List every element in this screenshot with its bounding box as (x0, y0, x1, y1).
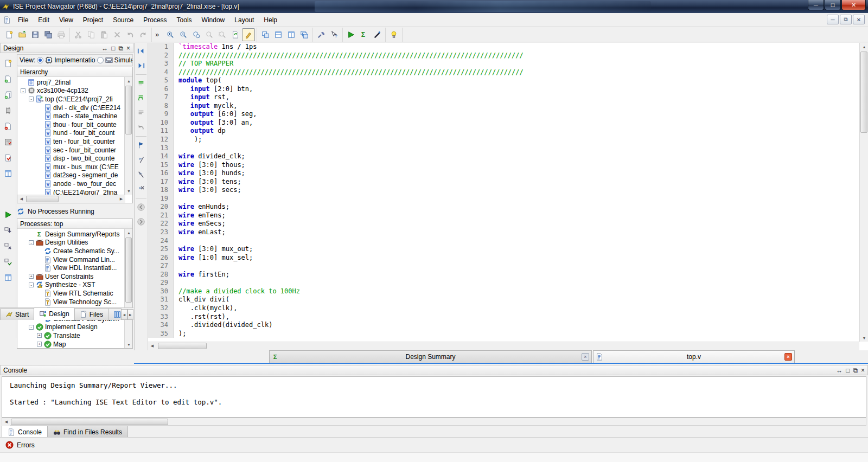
scroll-thumb[interactable] (125, 86, 132, 134)
close-button[interactable]: ✕ (841, 0, 866, 10)
code-line[interactable]: 32 .clk(myclk), (148, 304, 859, 313)
tab-scroll-left-button[interactable]: ◄ (121, 309, 127, 320)
hierarchy-vscrollbar[interactable]: ▲ ▼ (124, 77, 132, 195)
process-item[interactable]: View HDL Instantiati... (17, 264, 132, 272)
hierarchy-item[interactable]: proj7_2final (17, 78, 132, 87)
menu-source[interactable]: Source (108, 14, 138, 26)
minimize-button[interactable]: ─ (808, 0, 824, 10)
code-line[interactable]: 15wire [3:0] thous; (148, 161, 859, 170)
tree-expander-plus[interactable]: + (37, 333, 42, 338)
code-line[interactable]: 6 input [2:0] btn, (148, 85, 859, 94)
tab-libraries-partial[interactable] (108, 308, 122, 320)
process-item[interactable]: +Translate (17, 331, 132, 340)
code-line[interactable]: 17wire [3:0] tens; (148, 178, 859, 187)
snippet-grey-button[interactable] (135, 107, 147, 119)
hierarchy-item[interactable]: Vmux - bus_mux (C:\EE (17, 163, 132, 171)
code-line[interactable]: 35); (148, 330, 859, 338)
shift-left-button[interactable] (135, 45, 147, 57)
save-button[interactable] (29, 28, 42, 41)
toggle-columns-button[interactable] (2, 168, 14, 179)
menu-window[interactable]: Window (197, 14, 229, 26)
code-line[interactable]: 25wire [3:0] mux_out; (148, 245, 859, 254)
tab-design[interactable]: Design (34, 307, 74, 320)
menu-process[interactable]: Process (139, 14, 171, 26)
tab-close-button[interactable]: × (784, 353, 792, 361)
select-tool-button[interactable] (242, 28, 255, 41)
code-line[interactable]: 31clk_div divi( (148, 296, 859, 304)
code-line[interactable]: 3// TOP WRAPPER (148, 60, 859, 68)
process-item[interactable]: +Map (17, 340, 132, 349)
process-item[interactable]: -Implement Design (17, 323, 132, 332)
scroll-down-icon[interactable]: ▼ (860, 334, 868, 342)
maximize-panel-icon[interactable]: □ (111, 44, 115, 52)
create-symbol-button[interactable] (2, 105, 14, 117)
code-line[interactable]: 9 output [6:0] seg, (148, 110, 859, 119)
bookmark-prev-button[interactable] (135, 169, 147, 181)
hierarchy-item[interactable]: Vthou - four_bit_counte (17, 120, 132, 129)
simulation-label[interactable]: Simulatio (114, 56, 133, 64)
scroll-thumb[interactable] (11, 419, 168, 425)
menu-view[interactable]: View (55, 14, 78, 26)
code-line[interactable]: 28wire firstEn; (148, 271, 859, 279)
code-line[interactable]: 5module top( (148, 76, 859, 85)
code-line[interactable]: 12 ); (148, 136, 859, 144)
menu-help[interactable]: Help (259, 14, 282, 26)
rerun-process-button[interactable] (2, 224, 14, 236)
scroll-left-icon[interactable]: ◀ (17, 195, 25, 203)
process-item[interactable]: -!Synthesize - XST (17, 281, 132, 290)
code-area[interactable]: 1`timescale 1ns / 1ps2//////////////////… (148, 43, 859, 342)
tree-expander-minus[interactable]: - (29, 97, 34, 101)
save-all-button[interactable] (42, 28, 55, 41)
tab-start[interactable]: Start (0, 308, 34, 320)
code-line[interactable]: 10 output [3:0] an, (148, 119, 859, 127)
mdi-minimize-button[interactable]: ─ (827, 15, 839, 24)
code-line[interactable]: 14wire divided_clk; (148, 152, 859, 161)
restore-panel-icon[interactable]: ⧉ (118, 44, 123, 52)
code-line[interactable]: 19 (148, 195, 859, 203)
new-source-button[interactable] (2, 57, 14, 69)
process-item[interactable]: ΣDesign Summary/Reports (17, 230, 132, 239)
console-hscrollbar[interactable]: ◀ (2, 418, 866, 426)
close-panel-icon[interactable]: × (861, 367, 865, 374)
tree-expander-minus[interactable]: - (29, 283, 34, 287)
nav-back-button[interactable] (135, 201, 147, 213)
maximize-button[interactable]: □ (825, 0, 841, 10)
restore-panel-icon[interactable]: ⧉ (853, 367, 858, 374)
errors-label[interactable]: Errors (17, 441, 35, 449)
code-line[interactable]: 26wire [1:0] mux_sel; (148, 254, 859, 262)
scroll-thumb[interactable] (125, 238, 132, 303)
simulation-radio[interactable] (97, 57, 104, 63)
code-line[interactable]: 1`timescale 1ns / 1ps (148, 43, 859, 52)
refresh-doc-button[interactable] (229, 28, 242, 41)
stop-process-button[interactable] (2, 240, 14, 252)
scroll-thumb[interactable] (26, 196, 59, 202)
shift-right-button[interactable] (135, 60, 147, 72)
context-help-button[interactable]: ? (328, 28, 341, 41)
bookmark-toggle-button[interactable] (135, 139, 147, 151)
code-line[interactable]: 7 input rst, (148, 93, 859, 102)
code-line[interactable]: 20wire enHunds; (148, 203, 859, 211)
code-line[interactable]: 13 (148, 144, 859, 153)
process-item[interactable]: View RTL Schematic (17, 289, 132, 298)
process-item[interactable]: Create Schematic Sy... (17, 247, 132, 255)
scroll-up-icon[interactable]: ▲ (125, 77, 133, 85)
implementation-label[interactable]: Implementatio (54, 56, 95, 64)
code-line[interactable]: 18wire [3:0] secs; (148, 186, 859, 195)
process-item[interactable]: View Command Lin... (17, 255, 132, 264)
add-copy-source-button[interactable] (2, 89, 14, 101)
code-line[interactable]: 16wire [3:0] hunds; (148, 169, 859, 178)
bookmark-clear-button[interactable] (135, 183, 147, 195)
toolbar-overflow-button[interactable]: » (152, 30, 162, 39)
process-item[interactable]: -Design Utilities (17, 239, 132, 247)
code-line[interactable]: 8 input myclk, (148, 102, 859, 111)
scroll-down-icon[interactable]: ▼ (125, 341, 133, 348)
hierarchy-item[interactable]: Vdivi - clk_div (C:\EE214 (17, 104, 132, 112)
code-line[interactable]: 30//make a divided clock to 100Hz (148, 287, 859, 296)
scroll-thumb[interactable] (860, 52, 867, 133)
remove-source-button[interactable] (2, 120, 14, 132)
tab-scroll-right-button[interactable]: ► (127, 309, 133, 320)
hierarchy-item[interactable]: -Vtop (C:\EE214\proj7_2fi (17, 95, 132, 104)
scroll-left-icon[interactable]: ◀ (148, 342, 156, 350)
analyze-button[interactable] (371, 28, 384, 41)
cascade-windows-button[interactable] (298, 28, 311, 41)
